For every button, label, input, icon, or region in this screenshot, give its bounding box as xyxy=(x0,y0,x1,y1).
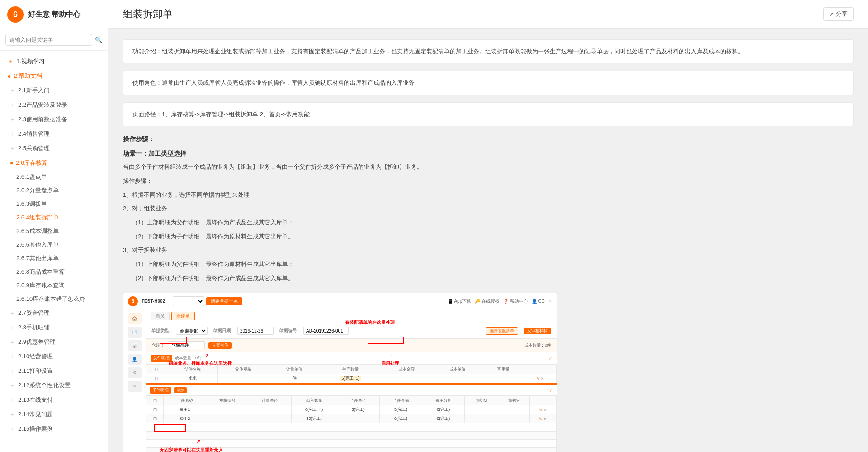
mock-th-unit: 计量单位 xyxy=(269,365,320,374)
intro-block: 功能介绍：组装拆卸单用来处理企业组装或拆卸等加工业务，支持有固定装配清单的产品加… xyxy=(123,39,854,63)
mock-sub-td-cost2: 0(完工) xyxy=(422,414,465,423)
mock-app-icon: 📱 App下载 xyxy=(448,298,471,305)
mock-code-field: 单据编号： xyxy=(279,327,349,335)
sub-plus-icon: ＋ xyxy=(10,130,15,138)
mock-go-btn[interactable]: 立案实施 xyxy=(208,342,232,349)
mock-sub-th-check: ☐ xyxy=(146,396,164,405)
step3-2: （2）下部明细为子件明细，最终作为产成品生成其它入库单。 xyxy=(123,273,854,284)
nav-tree: ＋ 1.视频学习 ● 2.帮助文档 ＋ 2.1新手入门 ＋ 2.2产品安装及登录 xyxy=(0,51,108,452)
mock-top-icons: 📱 App下载 🔑 在线授权 ❓ 帮助中心 👤 CC ✕ xyxy=(448,298,552,305)
nav-leaf-261[interactable]: 2.6.1盘点单 xyxy=(0,170,108,184)
nav-sub-g26[interactable]: ● 2.6库存核算 xyxy=(0,156,108,170)
search-bar: 🔍 xyxy=(0,29,108,51)
mock-sub-td-qty: 0(完工+4) xyxy=(291,405,337,414)
search-button[interactable]: 🔍 xyxy=(95,36,103,43)
mock-sidebar-msg[interactable]: ✉ xyxy=(128,381,142,392)
annotation-1-text: 有装配清单的在这里处理 xyxy=(345,320,395,325)
mock-sidebar-doc[interactable]: 📄 xyxy=(128,327,142,338)
nav-sub-g22[interactable]: ＋ 2.2产品安装及登录 xyxy=(0,98,108,112)
nav-leaf-269[interactable]: 2.6.9库存账本查询 xyxy=(0,279,108,292)
mock-sub-td-price2 xyxy=(337,414,379,423)
nav-sub-g211[interactable]: ＋ 2.11打印设置 xyxy=(0,364,108,378)
mock-row-edit[interactable]: ✎ xyxy=(536,376,540,381)
mock-sidebar-gear[interactable]: ⚙ xyxy=(128,367,142,378)
nav-sub-g210[interactable]: ＋ 2.10经营管理 xyxy=(0,349,108,364)
mock-sub-add-btn[interactable]: 添加 xyxy=(174,387,187,393)
mock-sub-td-check2[interactable]: ☐ xyxy=(146,414,164,423)
annotation-2: 组装业务、拆卸业务在这里选择 xyxy=(169,360,232,366)
nav-sub-g213[interactable]: ＋ 2.13在线支付 xyxy=(0,393,108,407)
mock-select-btn[interactable]: 选择装配清单 xyxy=(486,327,518,335)
nav-sub-g23[interactable]: ＋ 2.3使用前数据准备 xyxy=(0,112,108,127)
mock-row-delete[interactable]: ✕ xyxy=(541,376,544,381)
annotation-4-arrow: ↗ xyxy=(196,438,201,445)
nav-leaf-263[interactable]: 2.6.3调拨单 xyxy=(0,197,108,211)
sub-plus-icon: ＋ xyxy=(10,87,15,95)
nav-leaf-268[interactable]: 2.6.8商品成本重算 xyxy=(0,265,108,279)
nav-leaf-267[interactable]: 2.6.7其他出库单 xyxy=(0,252,108,265)
mock-sub-delete2[interactable]: ✕ xyxy=(543,417,547,421)
nav-sub-g21[interactable]: ＋ 2.1新手入门 xyxy=(0,83,108,98)
nav-sub-g29[interactable]: ＋ 2.9优惠券管理 xyxy=(0,335,108,349)
mock-sub-td-qty2: 30(完工) xyxy=(291,414,337,423)
mock-sidebar-chart[interactable]: 📊 xyxy=(128,340,142,351)
nav-sub-g25[interactable]: ＋ 2.5采购管理 xyxy=(0,141,108,156)
mock-confirm-btn[interactable]: 反审核材料 xyxy=(524,328,551,334)
mock-sub-td-check[interactable]: ☐ xyxy=(146,405,164,414)
mock-sub-td-unit2 xyxy=(249,414,291,423)
nav-leaf-265[interactable]: 2.6.5成本调整单 xyxy=(0,224,108,238)
nav-sub-g24[interactable]: ＋ 2.4销售管理 xyxy=(0,127,108,141)
mock-new-btn[interactable]: 新建单据一览 xyxy=(206,297,242,305)
nav-sub-g214[interactable]: ＋ 2.14常见问题 xyxy=(0,407,108,422)
nav-sub-g27[interactable]: ＋ 2.7资金管理 xyxy=(0,306,108,320)
nav-sub-g215[interactable]: ＋ 2.15操作案例 xyxy=(0,422,108,436)
nav-leaf-2610[interactable]: 2.6.10库存账本错了怎么办 xyxy=(0,292,108,306)
mock-type-select[interactable]: 组装拆卸 xyxy=(176,327,208,335)
mock-tab-new[interactable]: 新建单 xyxy=(171,312,195,320)
mock-sub-edit2[interactable]: ✎ xyxy=(539,417,542,421)
mock-td-unit: 件 xyxy=(269,374,320,383)
nav-sub-g28[interactable]: ＋ 2.8手机旺铺 xyxy=(0,320,108,335)
mock-date-field: 单据日期： xyxy=(213,327,274,335)
nav-sub-g212[interactable]: ＋ 2.12系统个性化设置 xyxy=(0,378,108,393)
nav-group-docs-title[interactable]: ● 2.帮助文档 xyxy=(0,69,108,83)
nav-group-video: ＋ 1.视频学习 xyxy=(0,54,108,69)
mock-app: 6 TEST-H002 新建单据一览 📱 App下载 🔑 在线授权 ❓ 帮助中心… xyxy=(123,293,557,452)
mock-expand-icon[interactable]: ⤢ xyxy=(548,356,552,361)
annotation-2-arrow: ↗ xyxy=(204,352,209,359)
mock-cost-label: 成本数量：0件 xyxy=(524,343,551,348)
mock-date-input[interactable] xyxy=(237,327,274,335)
mock-module-select[interactable] xyxy=(173,296,204,306)
mock-td-check[interactable]: ☐ xyxy=(146,374,167,383)
mock-close-icon[interactable]: ✕ xyxy=(548,299,552,304)
nav-leaf-266[interactable]: 2.6.6其他入库单 xyxy=(0,238,108,252)
mock-sub-delete[interactable]: ✕ xyxy=(543,408,547,412)
mock-sidebar-person[interactable]: 👤 xyxy=(128,354,142,365)
sub-plus-icon: ＋ xyxy=(10,396,15,404)
mock-sub-td-m xyxy=(465,405,498,414)
nav-group-video-title[interactable]: ＋ 1.视频学习 xyxy=(0,54,108,69)
mock-sidebar-home[interactable]: 🏠 xyxy=(128,313,142,324)
share-button[interactable]: ↗ 分享 xyxy=(823,7,854,21)
nav-leaf-264[interactable]: 2.6.4组装拆卸单 xyxy=(0,211,108,224)
mock-sub-expand[interactable]: ⤢ xyxy=(549,388,553,393)
mock-warehouse-input[interactable] xyxy=(169,341,205,349)
sub-plus-icon: ＋ xyxy=(10,101,15,109)
step1: 1、根据不同的业务，选择不同单据的类型来处理 xyxy=(123,190,854,201)
step2-1: （1）上部明细为父件明细，最终作为产成品生成其它入库单； xyxy=(123,217,854,228)
mock-sub-edit[interactable]: ✎ xyxy=(539,408,542,412)
mock-code-label: 单据编号： xyxy=(279,328,302,334)
mock-tab-home[interactable]: 自员 xyxy=(151,312,170,320)
search-input[interactable] xyxy=(5,34,92,46)
mock-sub-th-unit: 计量单位 xyxy=(249,396,291,405)
mock-sub-td-unit xyxy=(249,405,291,414)
mock-code-input[interactable] xyxy=(303,327,349,335)
table-row xyxy=(146,432,557,440)
annotation-1: 有装配清单的在这里处理 → xyxy=(345,319,395,326)
nav-leaf-262[interactable]: 2.6.2分量盘点单 xyxy=(0,184,108,197)
sub-plus-icon: ＋ xyxy=(10,338,15,346)
mock-th-cost-price: 成本单价 xyxy=(432,365,483,374)
mock-sub-td-spec2 xyxy=(206,414,249,423)
mock-sub-th-v: 期初V xyxy=(498,396,529,405)
step2: 2、对于组装业务 xyxy=(123,203,854,214)
